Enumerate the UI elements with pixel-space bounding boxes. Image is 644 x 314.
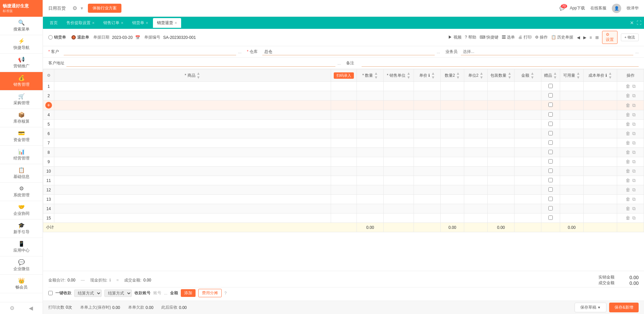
delete-row-icon[interactable]: 🗑 (626, 140, 630, 146)
delete-row-icon[interactable]: 🗑 (626, 196, 630, 202)
gift-checkbox[interactable] (543, 187, 558, 192)
gift-checkbox[interactable] (543, 103, 558, 107)
message-btn[interactable]: 💬 70 (559, 6, 565, 11)
gift-cell[interactable] (541, 82, 560, 91)
copy-row-icon[interactable]: ⧉ (632, 187, 636, 193)
qty2-input[interactable] (443, 93, 462, 98)
product-cell-active[interactable] (54, 101, 331, 110)
th-gear[interactable]: ⚙ (43, 69, 54, 82)
copy-row-icon[interactable]: ⧉ (632, 178, 636, 183)
customer-input[interactable] (64, 48, 236, 55)
unit2-input[interactable] (466, 84, 485, 89)
unit-input[interactable] (386, 84, 412, 89)
copy-row-icon[interactable]: ⧉ (632, 206, 636, 211)
copy-row-icon[interactable]: ⧉ (632, 93, 636, 99)
qty2-input[interactable] (443, 84, 462, 89)
gift-checkbox[interactable] (543, 150, 558, 154)
quantity-cell[interactable] (357, 82, 384, 91)
scan-input-btn[interactable]: 扫码录入 (334, 72, 354, 79)
copy-row-icon[interactable]: ⧉ (632, 159, 636, 165)
sidebar-collapse-icon[interactable]: ◀ (29, 305, 33, 311)
warehouse-input[interactable] (262, 48, 435, 55)
quantity-cell[interactable] (357, 101, 384, 110)
copy-row-icon[interactable]: ⧉ (632, 121, 636, 127)
add-payment-btn[interactable]: 添加 (181, 289, 196, 297)
tab-home[interactable]: 首页 (46, 18, 62, 28)
tab-sales-return[interactable]: 销货退货 ✕ (153, 18, 181, 28)
sidebar-item-sales[interactable]: 💰 销售管理 (0, 72, 43, 90)
unit-cell[interactable] (384, 91, 414, 101)
qty2-sort[interactable]: ▲▼ (456, 71, 460, 79)
unit2-input[interactable] (466, 93, 485, 98)
pkg-cell[interactable] (488, 82, 515, 91)
gift-checkbox[interactable] (543, 140, 558, 145)
customer-dots[interactable]: ... (238, 50, 241, 54)
experience-btn[interactable]: 体验行业方案 (88, 4, 121, 13)
calendar-icon[interactable]: 📅 (135, 35, 140, 40)
sidebar-item-newbie[interactable]: 🎓 新手引导 (0, 219, 43, 238)
gift-checkbox[interactable] (543, 159, 558, 164)
address-dots[interactable]: ... (337, 61, 341, 66)
tab-close-sales-order[interactable]: ✕ (121, 21, 123, 25)
toolbar-nav-next[interactable]: ▶ (583, 35, 586, 40)
qty2-cell[interactable] (441, 101, 464, 110)
sidebar-item-quick-nav[interactable]: ⚡ 快捷导航 (0, 35, 43, 54)
toolbar-print[interactable]: 🖨 打印 (518, 35, 531, 40)
pkg-cell[interactable] (488, 91, 515, 101)
nav-settings-icon[interactable]: ⚙ (72, 5, 77, 11)
chevron-down-icon[interactable]: ▼ (597, 306, 601, 309)
qty2-cell[interactable] (441, 82, 464, 91)
pkg-input[interactable] (490, 84, 512, 89)
one-click-collect-checkbox[interactable] (48, 291, 53, 295)
discount-info-icon[interactable]: ℹ (109, 278, 111, 282)
toolbar-video[interactable]: ▶ 视频 (448, 35, 461, 40)
quantity-input[interactable] (359, 93, 381, 98)
pkg-input[interactable] (490, 93, 512, 98)
gift-checkbox[interactable] (543, 131, 558, 135)
product-cell[interactable] (54, 82, 331, 91)
sidebar-item-marketing[interactable]: 📢 营销推广 (0, 54, 43, 72)
delete-row-icon[interactable]: 🗑 (626, 83, 630, 89)
product-input[interactable] (56, 84, 329, 89)
price-input[interactable] (416, 84, 438, 89)
delete-row-icon[interactable]: 🗑 (626, 149, 630, 155)
address-input[interactable] (66, 60, 335, 67)
delete-row-icon[interactable]: 🗑 (626, 93, 630, 99)
gift-sort[interactable]: ▲▼ (553, 71, 557, 79)
copy-row-icon[interactable]: ⧉ (632, 215, 636, 221)
price-input[interactable] (416, 93, 438, 98)
copy-row-icon[interactable]: ⧉ (632, 112, 636, 118)
gift-checkbox[interactable] (543, 215, 558, 220)
price-cell[interactable] (414, 101, 441, 110)
gift-checkbox[interactable] (543, 84, 558, 88)
toolbar-operations[interactable]: ⚙ 操作 (535, 35, 548, 40)
gift-cell[interactable] (541, 101, 560, 110)
copy-row-icon[interactable]: ⧉ (632, 168, 636, 174)
delete-row-icon[interactable]: 🗑 (626, 215, 630, 221)
salesperson-input[interactable] (461, 48, 633, 55)
toolbar-help[interactable]: ? 帮助 (465, 35, 476, 40)
save-draft-btn[interactable]: 保存草稿 ▼ (575, 303, 606, 312)
amount-cell[interactable] (515, 82, 541, 91)
tab-sales-delivery[interactable]: 销货单 ✕ (128, 18, 152, 28)
remarks-input[interactable] (362, 60, 639, 67)
toolbar-grid-view[interactable]: ⊞ (595, 35, 599, 40)
chevron-down-icon[interactable]: ▼ (80, 6, 84, 11)
toolbar-select[interactable]: ☰ 选单 (502, 35, 515, 40)
gift-checkbox[interactable] (543, 93, 558, 98)
avatar[interactable]: 👤 (612, 4, 621, 13)
copy-row-icon[interactable]: ⧉ (632, 103, 636, 108)
toolbar-shortcuts[interactable]: ⌨ 快捷键 (480, 35, 498, 40)
amount-sort[interactable]: ▲▼ (530, 71, 534, 79)
amount-cell[interactable] (515, 101, 541, 110)
qty2-cell[interactable] (441, 91, 464, 101)
delete-row-icon[interactable]: 🗑 (626, 187, 630, 193)
unit2-cell[interactable] (464, 82, 488, 91)
logistics-btn[interactable]: + 物流 (621, 34, 639, 41)
copy-row-icon[interactable]: ⧉ (632, 131, 636, 136)
save-new-btn[interactable]: 保存&新增 (609, 303, 639, 312)
copy-row-icon[interactable]: ⧉ (632, 149, 636, 155)
quantity-input[interactable] (359, 84, 381, 89)
delete-row-icon[interactable]: 🗑 (626, 178, 630, 183)
sidebar-settings-icon[interactable]: ⚙ (10, 305, 14, 311)
